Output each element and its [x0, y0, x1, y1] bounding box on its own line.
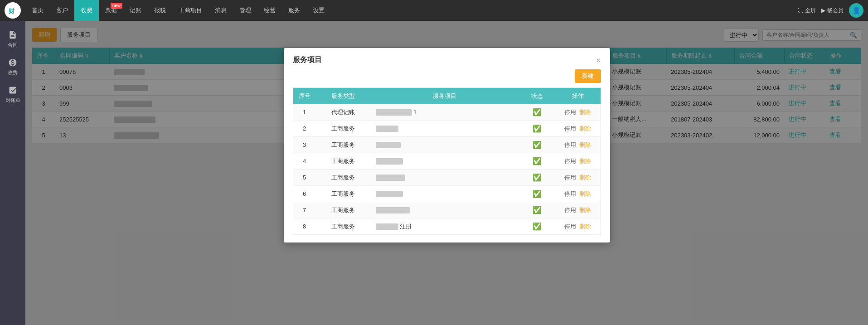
modal-cell-item: 1 — [370, 104, 519, 121]
modal-col-item: 服务项目 — [370, 88, 519, 104]
nav-item-message[interactable]: 消息 — [209, 0, 233, 21]
modal-col-type: 服务类型 — [316, 88, 370, 104]
modal-cell-seq: 5 — [293, 170, 316, 186]
receipts-icon — [8, 58, 18, 68]
modal-cell-status: ✅ — [519, 153, 555, 170]
nav-item-invoice[interactable]: 票据 new — [99, 0, 123, 21]
modal-table-wrap[interactable]: 序号 服务类型 服务项目 状态 操作 1 代理记账 1 ✅ 停用 — [293, 87, 601, 235]
delete-action[interactable]: 删除 — [579, 174, 591, 181]
svg-text:财: 财 — [8, 8, 15, 15]
delete-action[interactable]: 删除 — [579, 190, 591, 197]
contract-icon — [8, 30, 18, 40]
modal-table-row: 1 代理记账 1 ✅ 停用 删除 — [293, 104, 601, 121]
modal-cell-status: ✅ — [519, 186, 555, 202]
delete-action[interactable]: 删除 — [579, 141, 591, 148]
stop-action[interactable]: 停用 — [564, 125, 576, 132]
vip-button[interactable]: ▶ 畅会员 — [821, 7, 844, 15]
modal-toolbar: 新建 — [293, 69, 601, 83]
modal-cell-type: 工商服务 — [316, 218, 370, 235]
modal-col-action: 操作 — [555, 88, 601, 104]
delete-action[interactable]: 删除 — [579, 125, 591, 132]
modal-cell-seq: 4 — [293, 153, 316, 170]
modal-cell-action: 停用 删除 — [555, 121, 601, 137]
stop-action[interactable]: 停用 — [564, 141, 576, 148]
modal-service-table: 序号 服务类型 服务项目 状态 操作 1 代理记账 1 ✅ 停用 — [293, 88, 601, 235]
modal-col-status: 状态 — [519, 88, 555, 104]
modal-cell-seq: 3 — [293, 137, 316, 153]
nav-item-manage[interactable]: 管理 — [233, 0, 257, 21]
modal-cell-type: 工商服务 — [316, 137, 370, 153]
modal-cell-item — [370, 170, 519, 186]
modal-table-row: 5 工商服务 ✅ 停用 删除 — [293, 170, 601, 186]
modal-body: 新建 序号 服务类型 服务项目 状态 操作 — [284, 69, 610, 243]
delete-action[interactable]: 删除 — [579, 207, 591, 213]
modal-cell-item — [370, 202, 519, 218]
modal-cell-action: 停用 删除 — [555, 202, 601, 218]
modal-table-row: 8 工商服务 注册 ✅ 停用 删除 — [293, 218, 601, 235]
stop-action[interactable]: 停用 — [564, 174, 576, 181]
fullscreen-button[interactable]: ⛶ 全屏 — [798, 7, 816, 15]
sidebar-label-receipts: 收费 — [8, 69, 18, 76]
modal-cell-action: 停用 删除 — [555, 218, 601, 235]
sidebar-item-contract[interactable]: 合同 — [0, 25, 25, 53]
modal-cell-type: 工商服务 — [316, 170, 370, 186]
nav-item-business[interactable]: 工商项目 — [172, 0, 209, 21]
modal-cell-action: 停用 删除 — [555, 186, 601, 202]
modal-cell-item — [370, 186, 519, 202]
modal-cell-status: ✅ — [519, 170, 555, 186]
status-active-icon: ✅ — [533, 157, 542, 165]
status-active-icon: ✅ — [533, 125, 542, 132]
delete-action[interactable]: 删除 — [579, 223, 591, 230]
modal-table-row: 4 工商服务 ✅ 停用 删除 — [293, 153, 601, 170]
delete-action[interactable]: 删除 — [579, 109, 591, 116]
stop-action[interactable]: 停用 — [564, 207, 576, 213]
nav-item-finance[interactable]: 经营 — [257, 0, 282, 21]
modal-cell-seq: 1 — [293, 104, 316, 121]
modal-cell-seq: 6 — [293, 186, 316, 202]
modal-cell-seq: 8 — [293, 218, 316, 235]
service-modal: 服务项目 × 新建 序号 服务类型 服务项目 状态 — [284, 48, 610, 243]
status-active-icon: ✅ — [533, 190, 542, 198]
modal-overlay: 服务项目 × 新建 序号 服务类型 服务项目 状态 — [25, 21, 868, 325]
stop-action[interactable]: 停用 — [564, 190, 576, 197]
modal-cell-item — [370, 121, 519, 137]
nav-item-service[interactable]: 服务 — [282, 0, 306, 21]
sidebar-label-reconcile: 对账单 — [5, 97, 20, 104]
modal-cell-type: 工商服务 — [316, 186, 370, 202]
sidebar-item-receipts[interactable]: 收费 — [0, 53, 25, 81]
nav-right: ⛶ 全屏 ▶ 畅会员 👤 — [798, 3, 863, 18]
sidebar-item-reconcile[interactable]: 对账单 — [0, 81, 25, 108]
nav-item-settings[interactable]: 设置 — [306, 0, 331, 21]
modal-table-row: 7 工商服务 ✅ 停用 删除 — [293, 202, 601, 218]
avatar[interactable]: 👤 — [849, 3, 863, 18]
status-active-icon: ✅ — [533, 223, 542, 230]
modal-new-button[interactable]: 新建 — [575, 69, 601, 83]
modal-close-button[interactable]: × — [596, 56, 601, 64]
modal-cell-action: 停用 删除 — [555, 170, 601, 186]
modal-table-row: 3 工商服务 ✅ 停用 删除 — [293, 137, 601, 153]
avatar-icon: 👤 — [853, 7, 860, 14]
top-navigation: 财 首页 客户 收费 票据 new 记账 报税 工商项目 消息 管理 经营 服务… — [0, 0, 868, 21]
nav-item-tax[interactable]: 报税 — [148, 0, 172, 21]
nav-item-receipts[interactable]: 收费 — [74, 0, 99, 21]
delete-action[interactable]: 删除 — [579, 158, 591, 165]
nav-menu: 首页 客户 收费 票据 new 记账 报税 工商项目 消息 管理 经营 服务 设… — [25, 0, 798, 21]
app-logo: 财 — [5, 2, 21, 19]
reconcile-icon — [8, 85, 18, 95]
nav-item-home[interactable]: 首页 — [25, 0, 50, 21]
modal-cell-item — [370, 137, 519, 153]
modal-table-row: 2 工商服务 ✅ 停用 删除 — [293, 121, 601, 137]
modal-header: 服务项目 × — [284, 48, 610, 69]
modal-cell-status: ✅ — [519, 104, 555, 121]
status-active-icon: ✅ — [533, 108, 542, 116]
nav-item-ledger[interactable]: 记账 — [123, 0, 148, 21]
modal-cell-seq: 2 — [293, 121, 316, 137]
modal-cell-status: ✅ — [519, 137, 555, 153]
modal-title: 服务项目 — [293, 55, 322, 65]
stop-action[interactable]: 停用 — [564, 109, 576, 116]
stop-action[interactable]: 停用 — [564, 158, 576, 165]
nav-item-client[interactable]: 客户 — [50, 0, 74, 21]
status-active-icon: ✅ — [533, 141, 542, 149]
stop-action[interactable]: 停用 — [564, 223, 576, 230]
modal-cell-type: 代理记账 — [316, 104, 370, 121]
